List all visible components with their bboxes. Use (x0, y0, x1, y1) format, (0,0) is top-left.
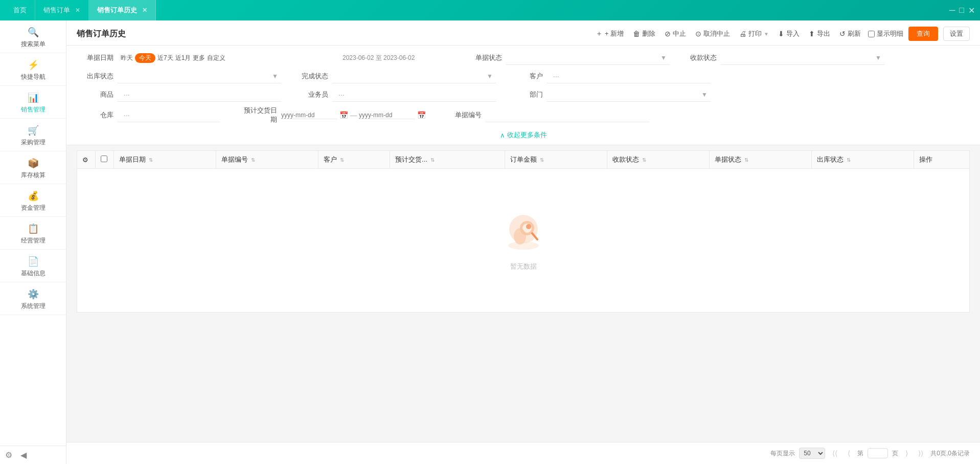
stop-button[interactable]: ⊘ 中止 (663, 28, 688, 39)
page-size-select[interactable]: 50 20 100 200 (799, 448, 825, 459)
th-amount[interactable]: 订单金额 ⇅ (505, 151, 607, 169)
settings-button[interactable]: 设置 (943, 27, 970, 41)
date-option-1month[interactable]: 近1月 (175, 54, 191, 62)
department-arrow: ▼ (701, 91, 708, 98)
completion-status-arrow: ▼ (487, 73, 493, 80)
calendar-end-icon[interactable]: 📅 (417, 111, 426, 119)
page-title: 销售订单历史 (77, 29, 126, 39)
page-size-prefix: 每页显示 (770, 449, 795, 458)
next-page-btn[interactable]: ⟩ (902, 448, 911, 458)
query-button[interactable]: 查询 (908, 27, 938, 41)
sidebar-item-system[interactable]: ⚙️ 系统管理 (0, 282, 66, 315)
date-option-yesterday[interactable]: 昨天 (121, 54, 133, 62)
sidebar-item-operations[interactable]: 📋 经营管理 (0, 217, 66, 250)
data-table: ⚙ 单据日期 ⇅ 单据编号 ⇅ 客户 ⇅ (77, 150, 970, 313)
maximize-icon[interactable]: □ (959, 6, 964, 15)
order-no-label: 单据编号 (445, 111, 486, 120)
department-select[interactable]: ▼ (547, 87, 711, 102)
svg-point-6 (514, 228, 526, 245)
sidebar-item-finance[interactable]: 💰 资金管理 (0, 184, 66, 217)
refresh-icon: ↺ (839, 30, 846, 38)
expected-date-label: 预计交货日期 (240, 106, 281, 124)
customer-dots-btn[interactable]: ··· (553, 72, 559, 80)
sidebar-item-purchase-mgmt[interactable]: 🛒 采购管理 (0, 119, 66, 151)
refresh-button[interactable]: ↺ 刷新 (837, 28, 863, 39)
cancel-stop-icon: ⊙ (695, 30, 701, 38)
sidebar-item-inventory[interactable]: 📦 库存核算 (0, 151, 66, 184)
print-button[interactable]: 🖨 打印 ▼ (737, 28, 771, 39)
last-page-btn[interactable]: ⟩⟩ (915, 448, 926, 458)
purchase-icon: 🛒 (28, 125, 39, 136)
expected-date-end[interactable] (359, 112, 415, 119)
search-icon: 🔍 (28, 27, 39, 38)
sidebar-item-sales-mgmt[interactable]: 📊 销售管理 (0, 86, 66, 119)
date-option-today-active[interactable]: 今天 (135, 53, 155, 63)
completion-status-label: 完成状态 (291, 72, 332, 81)
import-button[interactable]: ⬇ 导入 (776, 28, 802, 39)
th-number[interactable]: 单据编号 ⇅ (216, 151, 318, 169)
main-layout: 🔍 搜索菜单 ⚡ 快捷导航 📊 销售管理 🛒 采购管理 📦 库存核算 💰 资金管… (0, 20, 980, 464)
tab-home[interactable]: 首页 (5, 0, 35, 20)
display-details-checkbox[interactable] (868, 31, 875, 37)
empty-illustration (500, 210, 546, 256)
page-suffix: 页 (892, 449, 898, 458)
customer-field[interactable]: ··· (547, 69, 711, 83)
bill-status-arrow: ▼ (660, 54, 667, 61)
minimize-icon[interactable]: ─ (949, 6, 955, 15)
date-option-custom[interactable]: 自定义 (207, 54, 225, 62)
th-settings[interactable]: ⚙ (77, 151, 96, 169)
sidebar-item-basic-info[interactable]: 📄 基础信息 (0, 250, 66, 282)
select-all-checkbox[interactable] (101, 156, 107, 162)
filter-area: 单据日期 昨天 今天 近7天 近1月 更多 自定义 2023-06-02 至 2… (66, 46, 980, 145)
collapse-sidebar-icon[interactable]: ◀ (20, 450, 27, 460)
cancel-stop-button[interactable]: ⊙ 取消中止 (693, 28, 732, 39)
display-details-toggle[interactable]: 显示明细 (868, 29, 903, 38)
completion-status-select[interactable]: ▼ (332, 69, 496, 83)
bill-status-label: 单据状态 (465, 53, 506, 62)
th-date[interactable]: 单据日期 ⇅ (114, 151, 216, 169)
th-checkbox[interactable] (96, 151, 114, 169)
sort-number-icon: ⇅ (251, 157, 255, 163)
date-option-7days[interactable]: 近7天 (157, 54, 173, 62)
tab-sales-order-history[interactable]: 销售订单历史 ✕ (89, 0, 156, 20)
close-window-icon[interactable]: ✕ (968, 6, 975, 15)
receipt-status-select[interactable]: ▼ (721, 51, 884, 65)
page-header: 销售订单历史 ＋ + 新增 🗑 删除 ⊘ 中止 ⊙ 取消中止 (66, 20, 980, 46)
goods-dots-btn[interactable]: ··· (124, 91, 130, 99)
th-warehouse-status[interactable]: 出库状态 ⇅ (812, 151, 914, 169)
first-page-btn[interactable]: ⟨⟨ (829, 448, 840, 458)
close-sales-order-history-tab[interactable]: ✕ (142, 7, 147, 14)
filter-row-1: 单据日期 昨天 今天 近7天 近1月 更多 自定义 2023-06-02 至 2… (77, 51, 970, 65)
th-customer[interactable]: 客户 ⇅ (318, 151, 390, 169)
th-receipt-status[interactable]: 收款状态 ⇅ (607, 151, 710, 169)
th-expected-date[interactable]: 预计交货... ⇅ (390, 151, 505, 169)
close-sales-order-tab[interactable]: ✕ (75, 7, 80, 14)
sidebar-item-quick-nav[interactable]: ⚡ 快捷导航 (0, 53, 66, 86)
warehouse-status-select[interactable]: ▼ (118, 69, 281, 83)
date-option-more[interactable]: 更多 (193, 54, 205, 62)
collapse-filters-row[interactable]: ∧ 收起更多条件 (77, 128, 970, 140)
new-button[interactable]: ＋ + 新增 (594, 28, 626, 39)
prev-page-btn[interactable]: ⟨ (845, 448, 853, 458)
salesperson-dots-btn[interactable]: ··· (338, 91, 345, 99)
warehouse-field[interactable]: ··· (118, 108, 220, 122)
page-prefix: 第 (857, 449, 863, 458)
page-input[interactable]: 1 (868, 448, 888, 458)
expected-date-start[interactable] (281, 112, 337, 119)
delete-button[interactable]: 🗑 删除 (631, 28, 657, 39)
calendar-start-icon[interactable]: 📅 (339, 111, 348, 119)
sidebar-item-search-menu[interactable]: 🔍 搜索菜单 (0, 20, 66, 53)
th-bill-status[interactable]: 单据状态 ⇅ (710, 151, 812, 169)
settings-bottom-icon[interactable]: ⚙ (5, 450, 12, 460)
bill-status-select[interactable]: ▼ (506, 51, 670, 65)
order-no-field[interactable] (486, 108, 649, 122)
salesperson-field[interactable]: ··· (332, 87, 496, 102)
export-button[interactable]: ⬆ 导出 (807, 28, 832, 39)
operations-icon: 📋 (28, 223, 39, 234)
goods-field[interactable]: ··· (118, 87, 281, 102)
tab-sales-order[interactable]: 销售订单 ✕ (35, 0, 89, 20)
warehouse-dots-btn[interactable]: ··· (124, 111, 130, 119)
sort-date-icon: ⇅ (149, 157, 153, 163)
pagination: 每页显示 50 20 100 200 ⟨⟨ ⟨ 第 1 页 ⟩ ⟩⟩ 共0页,0… (66, 442, 980, 464)
date-range-value: 2023-06-02 至 2023-06-02 (343, 54, 445, 62)
